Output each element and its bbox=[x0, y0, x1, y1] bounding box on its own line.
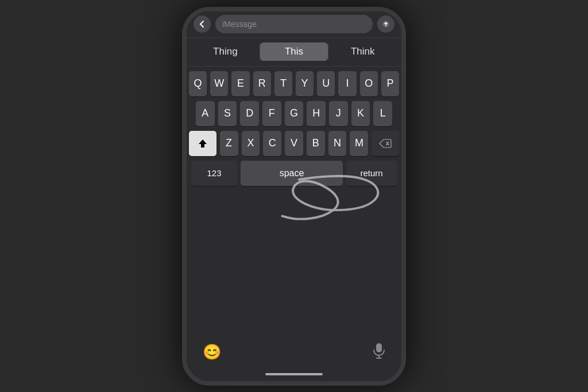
key-n[interactable]: N bbox=[328, 131, 347, 156]
bottom-icons-bar: 😊 bbox=[187, 337, 401, 367]
key-d[interactable]: D bbox=[240, 101, 259, 126]
shift-key[interactable] bbox=[189, 131, 216, 156]
key-g[interactable]: G bbox=[285, 101, 304, 126]
key-row-1: Q W E R T Y U I O P bbox=[189, 71, 399, 96]
key-row-3: Z X C V B N M bbox=[189, 131, 399, 156]
predictive-word-think[interactable]: Think bbox=[328, 42, 397, 61]
key-x[interactable]: X bbox=[242, 131, 260, 156]
phone-frame: iMessage Thing This Think Q W E bbox=[182, 7, 406, 386]
key-t[interactable]: T bbox=[274, 71, 292, 96]
predictive-bar: Thing This Think bbox=[187, 38, 401, 67]
key-v[interactable]: V bbox=[285, 131, 303, 156]
key-p[interactable]: P bbox=[381, 71, 399, 96]
key-h[interactable]: H bbox=[307, 101, 326, 126]
message-input[interactable]: iMessage bbox=[215, 15, 373, 33]
volume-down-button bbox=[182, 145, 184, 179]
phone-screen: iMessage Thing This Think Q W E bbox=[187, 11, 401, 381]
home-indicator bbox=[265, 373, 323, 375]
key-k[interactable]: K bbox=[351, 101, 370, 126]
volume-up-button bbox=[182, 103, 184, 138]
top-bar: iMessage bbox=[187, 11, 401, 38]
key-f[interactable]: F bbox=[262, 101, 281, 126]
mic-button[interactable] bbox=[373, 343, 385, 362]
key-z[interactable]: Z bbox=[220, 131, 238, 156]
emoji-button[interactable]: 😊 bbox=[203, 343, 221, 361]
predictive-word-thing[interactable]: Thing bbox=[191, 42, 260, 61]
key-b[interactable]: B bbox=[307, 131, 325, 156]
key-row-bottom: 123 space return bbox=[189, 161, 399, 186]
key-r[interactable]: R bbox=[253, 71, 271, 96]
key-q[interactable]: Q bbox=[189, 71, 207, 96]
key-u[interactable]: U bbox=[317, 71, 335, 96]
mute-button bbox=[182, 75, 184, 94]
predictive-word-this[interactable]: This bbox=[260, 42, 328, 61]
return-key[interactable]: return bbox=[346, 161, 397, 186]
power-button bbox=[404, 92, 406, 126]
space-key[interactable]: space bbox=[241, 161, 343, 186]
key-e[interactable]: E bbox=[231, 71, 249, 96]
key-y[interactable]: Y bbox=[296, 71, 314, 96]
key-s[interactable]: S bbox=[218, 101, 237, 126]
back-button[interactable] bbox=[194, 15, 211, 33]
key-l[interactable]: L bbox=[373, 101, 392, 126]
key-w[interactable]: W bbox=[210, 71, 228, 96]
delete-key[interactable] bbox=[372, 131, 399, 156]
key-j[interactable]: J bbox=[329, 101, 348, 126]
key-m[interactable]: M bbox=[350, 131, 368, 156]
key-row-2: A S D F G H J K L bbox=[189, 101, 399, 126]
send-button[interactable] bbox=[377, 15, 394, 33]
message-placeholder: iMessage bbox=[222, 20, 257, 29]
home-indicator-bar bbox=[187, 367, 401, 381]
number-key[interactable]: 123 bbox=[191, 161, 237, 186]
key-a[interactable]: A bbox=[196, 101, 215, 126]
svg-rect-1 bbox=[376, 343, 382, 352]
key-o[interactable]: O bbox=[360, 71, 378, 96]
key-i[interactable]: I bbox=[338, 71, 356, 96]
key-c[interactable]: C bbox=[263, 131, 281, 156]
keyboard: Q W E R T Y U I O P A S D F G H J K bbox=[187, 67, 401, 337]
